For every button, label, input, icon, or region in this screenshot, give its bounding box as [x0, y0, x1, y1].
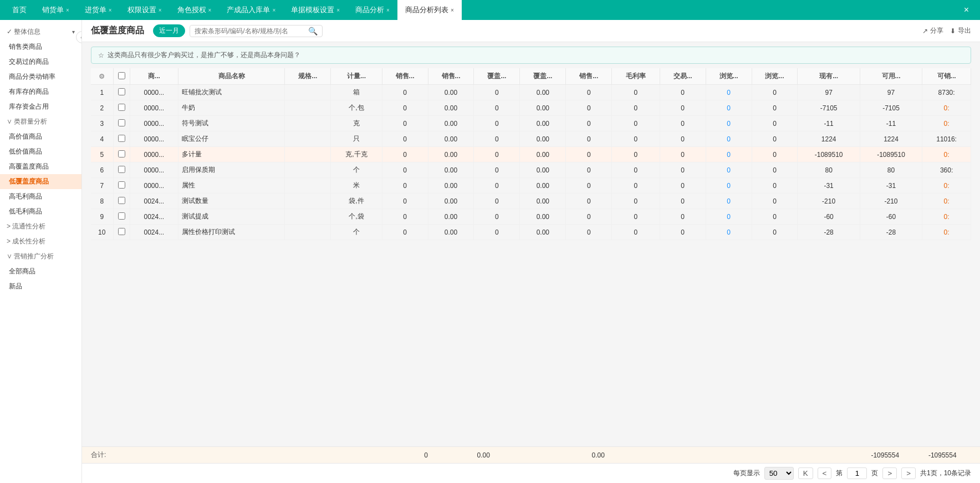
row-browse1[interactable]: 0	[706, 116, 752, 131]
row-checkbox[interactable]	[113, 178, 130, 194]
row-checkbox[interactable]	[113, 100, 130, 116]
row-sales-qty: 0	[382, 100, 428, 116]
sidebar-section-cluster[interactable]: ∨ 类群量分析	[0, 114, 81, 129]
close-window-btn[interactable]: ×	[957, 5, 976, 15]
search-input[interactable]	[195, 27, 308, 35]
row-browse1[interactable]: 0	[706, 178, 752, 194]
row-checkbox[interactable]	[113, 194, 130, 209]
row-browse1[interactable]: 0	[706, 100, 752, 116]
sidebar-item-all-goods[interactable]: 全部商品	[0, 264, 81, 279]
next-page-btn[interactable]: >	[882, 467, 897, 479]
row-browse1[interactable]: 0	[706, 147, 752, 162]
nav-item-home[interactable]: 首页	[4, 0, 34, 20]
close-permission-tab[interactable]: ×	[159, 7, 162, 13]
sidebar-item-low-value[interactable]: 低价值商品	[0, 144, 81, 159]
col-spec-header: 规格...	[285, 68, 331, 85]
nav-item-analysis-list[interactable]: 商品分析列表 ×	[397, 0, 462, 20]
row-browse1[interactable]: 0	[706, 225, 752, 240]
row-browse1[interactable]: 0	[706, 131, 752, 147]
nav-item-role[interactable]: 角色授权 ×	[170, 0, 220, 20]
close-purchase-tab[interactable]: ×	[109, 7, 112, 13]
export-btn[interactable]: ⬇ 导出	[950, 26, 971, 35]
row-sales-qty: 0	[382, 85, 428, 100]
sidebar-item-sales-goods[interactable]: 销售类商品	[0, 39, 81, 54]
sidebar-section-growth[interactable]: > 成长性分析	[0, 234, 81, 249]
row-cover2: 0.00	[520, 162, 566, 178]
row-checkbox[interactable]	[113, 85, 130, 100]
nav-item-product[interactable]: 产成品入库单 ×	[219, 0, 283, 20]
row-trade: 0	[660, 131, 706, 147]
row-checkbox[interactable]	[113, 147, 130, 162]
row-browse1[interactable]: 0	[706, 162, 752, 178]
sidebar-section-marketing[interactable]: ∨ 营销推广分析	[0, 249, 81, 264]
row-checkbox[interactable]	[113, 116, 130, 131]
col-settings[interactable]: ⚙	[91, 68, 113, 85]
share-btn[interactable]: ↗ 分享	[922, 26, 943, 35]
table-wrapper[interactable]: ⚙ 商... 商品名称 规格... 计量... 销售... 销售... 覆盖..…	[82, 68, 980, 446]
row-spec	[285, 147, 331, 162]
sidebar-item-in-stock[interactable]: 有库存的商品	[0, 84, 81, 99]
row-browse1[interactable]: 0	[706, 209, 752, 225]
row-current: -11	[798, 116, 860, 131]
last-page-btn[interactable]: >	[901, 467, 916, 479]
footer-cover2: 0.00	[569, 451, 627, 459]
row-gross-rate: 0	[612, 178, 660, 194]
close-product-tab[interactable]: ×	[272, 7, 275, 13]
close-template-tab[interactable]: ×	[336, 7, 340, 13]
row-available: -28	[860, 225, 922, 240]
row-sellable: 0:	[922, 178, 971, 194]
nav-item-permission[interactable]: 权限设置 ×	[120, 0, 170, 20]
prev-page-btn[interactable]: <	[818, 467, 832, 479]
sidebar-item-traded-goods[interactable]: 交易过的商品	[0, 54, 81, 69]
nav-item-template[interactable]: 单据模板设置 ×	[283, 0, 348, 20]
row-browse1[interactable]: 0	[706, 194, 752, 209]
row-sales-amt: 0.00	[428, 225, 474, 240]
nav-item-analysis[interactable]: 商品分析 ×	[348, 0, 397, 20]
sidebar-item-low-gross[interactable]: 低毛利商品	[0, 204, 81, 219]
close-sales-tab[interactable]: ×	[66, 7, 69, 13]
footer-values: 0 0.00 0.00 -1095554 -1095554	[110, 451, 971, 459]
row-name: 属性	[178, 178, 285, 194]
sidebar-item-high-coverage[interactable]: 高覆盖度商品	[0, 159, 81, 174]
row-current: -28	[798, 225, 860, 240]
row-spec	[285, 194, 331, 209]
row-available: -1089510	[860, 147, 922, 162]
row-code: 0000...	[130, 178, 178, 194]
row-checkbox[interactable]	[113, 209, 130, 225]
sidebar-item-stock-capital[interactable]: 库存资金占用	[0, 99, 81, 114]
row-unit: 箱	[331, 85, 382, 100]
row-checkbox[interactable]	[113, 162, 130, 178]
sidebar-item-high-gross[interactable]: 高毛利商品	[0, 189, 81, 204]
row-gross-rate: 0	[612, 162, 660, 178]
footer-current: -1095554	[856, 451, 914, 459]
col-checkbox-header[interactable]	[113, 68, 130, 85]
row-code: 0000...	[130, 116, 178, 131]
nav-item-purchase[interactable]: 进货单 ×	[77, 0, 120, 20]
row-browse2: 0	[752, 194, 798, 209]
row-browse2: 0	[752, 225, 798, 240]
col-sales-qty-header: 销售...	[382, 68, 428, 85]
page-number-input[interactable]	[847, 467, 867, 479]
sidebar-item-low-coverage[interactable]: 低覆盖度商品	[0, 174, 81, 189]
close-analysis-list-tab[interactable]: ×	[451, 7, 454, 13]
settings-icon[interactable]: ⚙	[99, 73, 105, 80]
row-sales-qty: 0	[382, 162, 428, 178]
row-sales-amt: 0.00	[428, 85, 474, 100]
row-checkbox[interactable]	[113, 131, 130, 147]
first-page-btn[interactable]: K	[798, 467, 813, 479]
row-browse1[interactable]: 0	[706, 85, 752, 100]
sidebar-section-circulation[interactable]: > 流通性分析	[0, 219, 81, 234]
nav-item-sales[interactable]: 销货单 ×	[34, 0, 77, 20]
close-analysis-tab[interactable]: ×	[386, 7, 390, 13]
sidebar-item-category-rate[interactable]: 商品分类动销率	[0, 69, 81, 84]
sidebar-item-high-value[interactable]: 高价值商品	[0, 129, 81, 144]
row-name: 测试数量	[178, 194, 285, 209]
sidebar-section-overall[interactable]: ✓ 整体信息 ▾	[0, 24, 81, 39]
per-page-select[interactable]: 50 100 200	[764, 467, 794, 480]
time-filter-month[interactable]: 近一月	[153, 24, 185, 37]
close-role-tab[interactable]: ×	[208, 7, 212, 13]
sidebar-item-new-goods[interactable]: 新品	[0, 279, 81, 294]
table-row: 60000...启用保质期个00.0000.00000008080360:	[91, 162, 971, 178]
select-all-checkbox[interactable]	[118, 72, 125, 79]
row-checkbox[interactable]	[113, 225, 130, 240]
